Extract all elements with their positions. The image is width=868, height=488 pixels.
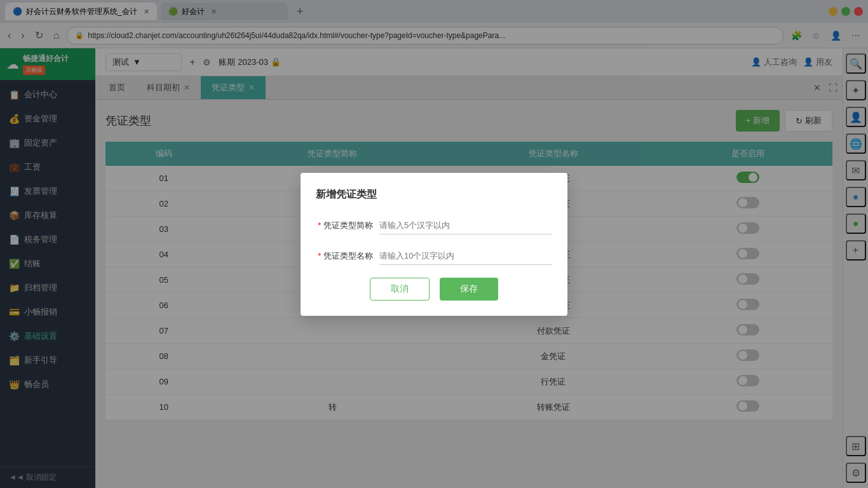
- modal-footer: 取消 保存: [316, 278, 552, 301]
- form-row-full: 凭证类型名称: [316, 247, 552, 265]
- modal-title: 新增凭证类型: [316, 188, 552, 201]
- cancel-button[interactable]: 取消: [370, 278, 430, 301]
- save-button[interactable]: 保存: [440, 278, 498, 301]
- modal-dialog: 新增凭证类型 凭证类型简称 凭证类型名称 取消 保存: [301, 173, 567, 316]
- modal-overlay[interactable]: 新增凭证类型 凭证类型简称 凭证类型名称 取消 保存: [0, 0, 868, 488]
- form-label-full: 凭证类型名称: [316, 250, 373, 262]
- form-row-short: 凭证类型简称: [316, 217, 552, 234]
- input-short-name[interactable]: [379, 217, 552, 234]
- input-full-name[interactable]: [379, 247, 552, 265]
- form-label-short: 凭证类型简称: [316, 220, 373, 231]
